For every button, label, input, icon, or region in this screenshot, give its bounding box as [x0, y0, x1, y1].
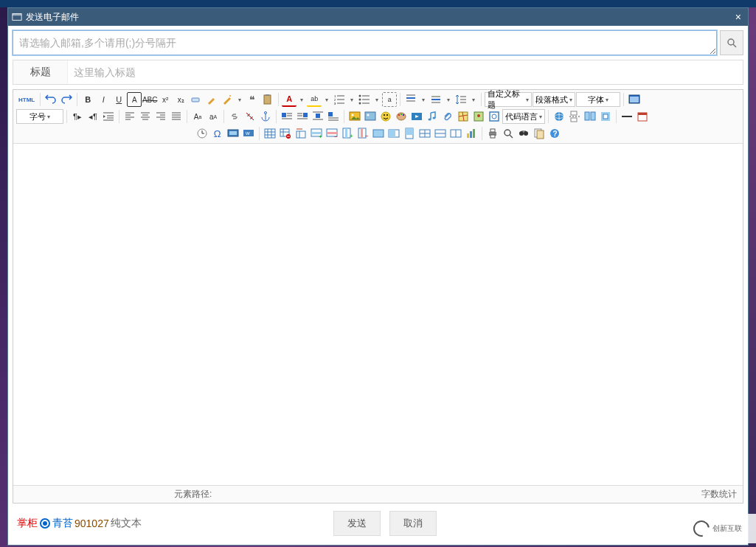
unlink-button[interactable]	[243, 109, 257, 124]
line-height-dropdown[interactable]: ▾	[469, 92, 478, 107]
remove-format-button[interactable]	[189, 92, 204, 107]
image-left-button[interactable]	[280, 109, 294, 124]
music-button[interactable]	[425, 109, 440, 124]
split-cells-button[interactable]	[417, 126, 432, 141]
insert-para-before-table-button[interactable]	[294, 126, 308, 141]
snapscreen-button[interactable]	[226, 126, 240, 141]
unordered-list-dropdown[interactable]: ▾	[372, 92, 381, 107]
simple-upload-button[interactable]	[363, 109, 378, 124]
row-spacing-bottom-dropdown[interactable]: ▾	[444, 92, 453, 107]
selectall-button[interactable]: a	[382, 92, 397, 107]
send-button[interactable]: 发送	[333, 511, 381, 536]
merge-right-button[interactable]	[386, 126, 401, 141]
backcolor-button[interactable]: ab	[307, 92, 322, 107]
recipient-input[interactable]	[13, 30, 717, 55]
insert-image-button[interactable]	[347, 109, 362, 124]
emoji-button[interactable]	[378, 109, 393, 124]
background-button[interactable]	[598, 109, 613, 124]
map-button[interactable]	[456, 109, 471, 124]
auto-typeset-dropdown[interactable]: ▾	[235, 92, 244, 107]
redo-button[interactable]	[59, 92, 74, 107]
undo-button[interactable]	[44, 92, 58, 107]
fontborder-button[interactable]: A	[127, 92, 142, 107]
insert-col-button[interactable]: +	[340, 126, 355, 141]
indent-button[interactable]	[101, 109, 116, 124]
spechars-button[interactable]: Ω	[210, 126, 225, 141]
date-button[interactable]	[635, 109, 650, 124]
strike-button[interactable]: ABC	[142, 92, 157, 107]
align-center-button[interactable]	[138, 109, 153, 124]
tolowercase-button[interactable]: aA	[206, 109, 221, 124]
fullscreen-button[interactable]	[627, 92, 642, 107]
attachment-button[interactable]	[440, 109, 455, 124]
anchor-button[interactable]	[258, 109, 273, 124]
dialog-close-button[interactable]: ×	[732, 11, 744, 23]
ordered-list-dropdown[interactable]: ▾	[347, 92, 356, 107]
blockquote-button[interactable]: ❝	[245, 92, 260, 107]
radio-indicator[interactable]	[40, 518, 50, 529]
paragraph-combo[interactable]: 段落格式▾	[533, 92, 575, 107]
delete-col-button[interactable]: −	[356, 126, 370, 141]
hr-button[interactable]	[620, 109, 634, 124]
webapp-button[interactable]	[552, 109, 566, 124]
charts-button[interactable]	[464, 126, 479, 141]
ordered-list-button[interactable]: 123	[332, 92, 347, 107]
unordered-list-button[interactable]	[357, 92, 372, 107]
time-button[interactable]	[195, 126, 209, 141]
merge-down-button[interactable]	[402, 126, 417, 141]
print-button[interactable]	[485, 126, 500, 141]
row-spacing-top-button[interactable]	[403, 92, 418, 107]
code-lang-combo[interactable]: 代码语言▾	[502, 109, 545, 124]
underline-button[interactable]: U	[111, 92, 126, 107]
subscript-button[interactable]: x₂	[173, 92, 188, 107]
format-match-button[interactable]	[204, 92, 219, 107]
pasteplain-button[interactable]	[260, 92, 275, 107]
forecolor-dropdown[interactable]: ▾	[297, 92, 306, 107]
wordimage-button[interactable]: W	[241, 126, 256, 141]
split-cols-button[interactable]	[448, 126, 463, 141]
link-button[interactable]	[227, 109, 242, 124]
auto-typeset-button[interactable]	[220, 92, 235, 107]
touppercase-button[interactable]: Aa	[190, 109, 205, 124]
backcolor-dropdown[interactable]: ▾	[322, 92, 331, 107]
dir-ltr-button[interactable]: ¶▸	[70, 109, 85, 124]
help-button[interactable]: ?	[547, 126, 562, 141]
image-none-button[interactable]	[326, 109, 341, 124]
italic-button[interactable]: I	[96, 92, 111, 107]
image-right-button[interactable]	[295, 109, 310, 124]
align-left-button[interactable]	[122, 109, 137, 124]
preview-button[interactable]	[501, 126, 516, 141]
row-spacing-bottom-button[interactable]	[429, 92, 443, 107]
font-family-combo[interactable]: 字体▾	[576, 92, 620, 107]
superscript-button[interactable]: x²	[158, 92, 173, 107]
insert-row-button[interactable]: +	[309, 126, 324, 141]
merge-cells-button[interactable]	[371, 126, 386, 141]
font-size-combo[interactable]: 字号▾	[16, 109, 63, 124]
word-count-label[interactable]: 字数统计	[701, 488, 737, 501]
cancel-button[interactable]: 取消	[389, 511, 437, 536]
row-spacing-top-dropdown[interactable]: ▾	[419, 92, 428, 107]
drafts-button[interactable]	[532, 126, 547, 141]
forecolor-button[interactable]: A	[282, 92, 296, 107]
align-justify-button[interactable]	[169, 109, 184, 124]
bold-button[interactable]: B	[80, 92, 95, 107]
dir-rtl-button[interactable]: ◂¶	[86, 109, 100, 124]
pagebreak-button[interactable]	[567, 109, 582, 124]
subject-input[interactable]	[68, 60, 743, 84]
image-center-button[interactable]	[311, 109, 325, 124]
split-rows-button[interactable]	[433, 126, 448, 141]
editor-content-area[interactable]	[13, 144, 743, 485]
source-button[interactable]: HTML	[16, 92, 37, 107]
delete-row-button[interactable]: −	[325, 126, 339, 141]
recipient-search-button[interactable]	[720, 30, 743, 55]
search-replace-button[interactable]	[516, 126, 531, 141]
custom-title-combo[interactable]: 自定义标题▾	[485, 92, 532, 107]
delete-table-button[interactable]	[278, 126, 293, 141]
line-height-button[interactable]	[454, 92, 468, 107]
align-right-button[interactable]	[153, 109, 168, 124]
scrawl-button[interactable]	[394, 109, 409, 124]
insert-frame-button[interactable]	[487, 109, 502, 124]
template-button[interactable]	[583, 109, 597, 124]
insert-table-button[interactable]	[263, 126, 277, 141]
insert-video-button[interactable]	[409, 109, 424, 124]
